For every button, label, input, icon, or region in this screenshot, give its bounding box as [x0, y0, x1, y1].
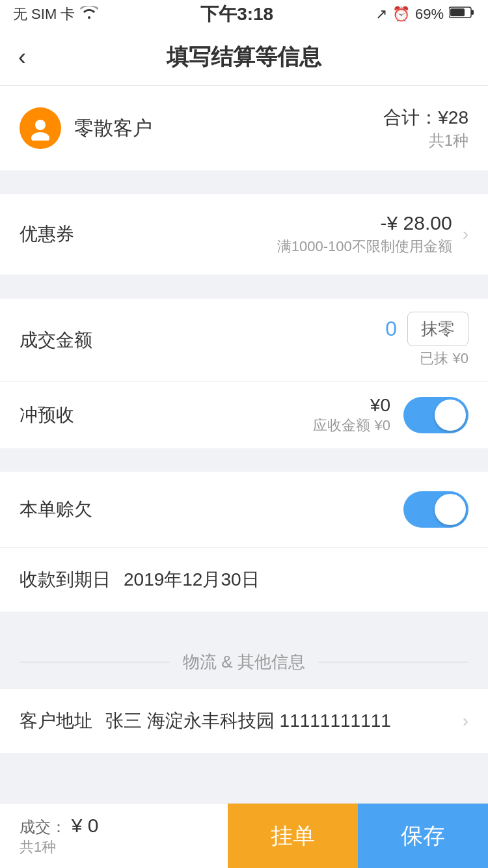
no-sim-text: 无 SIM 卡	[13, 5, 75, 24]
address-row[interactable]: 客户地址 张三 海淀永丰科技园 11111111111 ›	[0, 689, 488, 753]
deal-value[interactable]: 0	[385, 317, 397, 341]
bottom-deal-label: 成交：	[20, 818, 66, 835]
toggle-knob	[435, 400, 466, 431]
prepayment-right: ¥0 应收金额 ¥0	[313, 395, 468, 435]
prepayment-row: 冲预收 ¥0 应收金额 ¥0	[0, 381, 488, 448]
debt-toggle-knob	[435, 494, 466, 525]
bottom-deal-row: 成交： ¥ 0	[20, 815, 208, 837]
customer-section: 零散客户 合计：¥28 共1种	[0, 86, 488, 170]
chevron-right-icon: ›	[463, 224, 468, 245]
svg-rect-1	[471, 10, 474, 15]
sep-line-left	[20, 662, 170, 662]
coupon-amount: -¥ 28.00	[277, 212, 452, 234]
prepayment-label: 冲预收	[20, 403, 74, 427]
page-title: 填写结算等信息	[167, 42, 321, 72]
wifi-icon	[80, 6, 98, 23]
address-chevron-icon: ›	[463, 711, 468, 731]
debt-label: 本单赊欠	[20, 497, 92, 522]
divider-1	[0, 183, 488, 194]
deal-amount-right: 0 抹零 已抹 ¥0	[385, 312, 468, 368]
battery-text: 69%	[415, 6, 444, 23]
due-date-row: 收款到期日 2019年12月30日	[0, 547, 488, 612]
avatar	[20, 107, 61, 149]
customer-left: 零散客户	[20, 107, 152, 149]
bottom-deal-amount: ¥ 0	[72, 815, 99, 836]
divider-2	[0, 288, 488, 299]
coupon-description: 满1000-100不限制使用金额	[277, 237, 452, 256]
bottom-info: 成交： ¥ 0 共1种	[0, 804, 228, 868]
due-date-value[interactable]: 2019年12月30日	[124, 567, 260, 592]
coupon-label: 优惠券	[20, 222, 74, 247]
debt-toggle[interactable]	[403, 491, 468, 528]
due-date-label: 收款到期日	[20, 567, 111, 592]
logistics-sep-text: 物流 & 其他信息	[183, 651, 305, 673]
svg-point-4	[31, 132, 49, 141]
bottom-deal-count: 共1种	[20, 837, 208, 857]
status-bar: 无 SIM 卡 下午3:18 ↗ ⏰ 69%	[0, 0, 488, 29]
back-button[interactable]: ‹	[18, 44, 26, 71]
debt-row: 本单赊欠	[0, 472, 488, 547]
debt-section: 本单赊欠 收款到期日 2019年12月30日	[0, 472, 488, 612]
deal-section: 成交金额 0 抹零 已抹 ¥0 冲预收 ¥0 应收金额 ¥0	[0, 299, 488, 448]
customer-name: 零散客户	[74, 115, 152, 142]
already-zero-text: 已抹 ¥0	[385, 349, 468, 368]
address-label: 客户地址	[20, 709, 92, 733]
svg-point-3	[35, 120, 46, 130]
deal-amount-label: 成交金额	[20, 328, 92, 353]
sep-line-right	[318, 662, 468, 662]
prepayment-toggle[interactable]	[403, 397, 468, 433]
bottom-bar: 成交： ¥ 0 共1种 挂单 保存	[0, 803, 488, 868]
address-section[interactable]: 客户地址 张三 海淀永丰科技园 11111111111 ›	[0, 689, 488, 753]
divider-3	[0, 461, 488, 472]
content: 零散客户 合计：¥28 共1种 优惠券 -¥ 28.00 满1000-100不限…	[0, 86, 488, 844]
prepayment-amount-col: ¥0 应收金额 ¥0	[313, 395, 390, 435]
pending-button[interactable]: 挂单	[228, 804, 358, 868]
divider-4	[0, 625, 488, 635]
deal-amount-row: 成交金额 0 抹零 已抹 ¥0	[0, 299, 488, 381]
coupon-section[interactable]: 优惠券 -¥ 28.00 满1000-100不限制使用金额 ›	[0, 194, 488, 275]
customer-row: 零散客户 合计：¥28 共1种	[0, 86, 488, 170]
address-value: 张三 海淀永丰科技园 11111111111	[105, 709, 463, 733]
prepayment-amount: ¥0	[313, 395, 390, 416]
location-icon: ↗	[375, 6, 387, 23]
total-amount: 合计：¥28	[383, 105, 468, 130]
alarm-icon: ⏰	[392, 6, 410, 23]
customer-right: 合计：¥28 共1种	[383, 105, 468, 151]
total-count: 共1种	[383, 130, 468, 151]
status-time: 下午3:18	[200, 2, 273, 27]
coupon-right: -¥ 28.00 满1000-100不限制使用金额 ›	[277, 212, 468, 256]
nav-bar: ‹ 填写结算等信息	[0, 29, 488, 86]
status-right: ↗ ⏰ 69%	[375, 6, 475, 23]
battery-icon	[449, 6, 475, 23]
status-left: 无 SIM 卡	[13, 5, 98, 24]
round-zero-button[interactable]: 抹零	[407, 312, 468, 346]
deal-input-area: 0 抹零	[385, 312, 468, 346]
coupon-amount-area: -¥ 28.00 满1000-100不限制使用金额	[277, 212, 452, 256]
logistics-separator: 物流 & 其他信息	[0, 635, 488, 689]
coupon-row[interactable]: 优惠券 -¥ 28.00 满1000-100不限制使用金额 ›	[0, 194, 488, 275]
receivable-amount: 应收金额 ¥0	[313, 416, 390, 435]
svg-rect-2	[450, 8, 465, 16]
save-button[interactable]: 保存	[358, 804, 488, 868]
